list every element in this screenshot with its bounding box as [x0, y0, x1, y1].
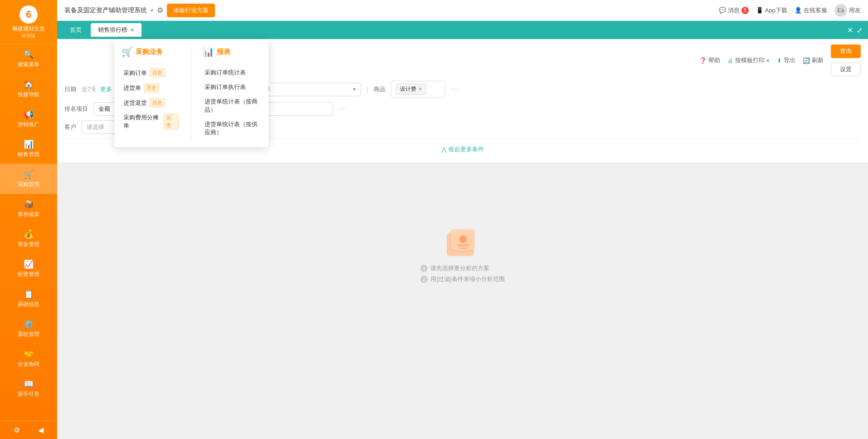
sidebar-label-sales: 销售管理: [18, 151, 39, 158]
menu-item-purchase-expense[interactable]: 采购费用分摊单 历史: [122, 110, 180, 133]
sidebar-item-quicknav[interactable]: 🏠 快捷导航: [0, 74, 57, 104]
menu-item-order-stats[interactable]: 采购订单统计表: [203, 65, 262, 80]
svg-rect-5: [459, 247, 467, 249]
print-btn[interactable]: 🖨 按模板打印 ▾: [727, 56, 770, 64]
goods-tag-remove[interactable]: ✕: [418, 86, 422, 92]
purchase-title-label: 采购业务: [136, 48, 163, 56]
sidebar-label-inventory: 库存核算: [18, 211, 39, 218]
guide-icon: 📖: [24, 379, 34, 389]
empty-illustration: [440, 224, 485, 261]
sidebar-collapse-btn[interactable]: ◀: [38, 426, 44, 434]
svg-rect-4: [457, 244, 469, 246]
purchase-menu-icon: 🛒: [122, 46, 133, 57]
sidebar-item-guide[interactable]: 📖 新手引导: [0, 374, 57, 404]
svg-point-3: [459, 236, 467, 243]
empty-hint-1: 1 请先选择要分析的方案: [420, 264, 489, 272]
topbar-message[interactable]: 💬 消息 5: [719, 6, 749, 15]
sidebar-item-sales[interactable]: 📊 销售管理: [0, 134, 57, 164]
empty-state: 1 请先选择要分析的方案 2 用[过滤]条件来缩小分析范围: [57, 163, 868, 345]
sidebar-label-operation: 经营管理: [18, 271, 39, 278]
history-badge-purchase-order: 历史: [150, 69, 165, 77]
refresh-btn[interactable]: 🔄 刷新: [803, 56, 824, 64]
goods-input[interactable]: 设计费 ✕: [391, 81, 445, 98]
menu-item-order-exec[interactable]: 采购订单执行表: [203, 80, 262, 94]
sidebar-item-system[interactable]: ⚙️ 系统管理: [0, 314, 57, 344]
topbar: 装备及固定资产辅助管理系统 ▾ ⚙ 体验行业方案 💬 消息 5 📱 App下载 …: [57, 0, 868, 21]
topbar-user[interactable]: Ea 用友: [834, 4, 861, 17]
sales-icon: 📊: [24, 139, 34, 149]
export-label: 导出: [784, 56, 795, 64]
finance-icon: 💰: [24, 229, 34, 239]
topbar-title: 装备及固定资产辅助管理系统: [64, 6, 147, 15]
topbar-dropdown-arrow[interactable]: ▾: [151, 7, 153, 14]
menu-item-return-goods[interactable]: 进货退货 历史: [122, 95, 180, 110]
help-btn[interactable]: ❓ 帮助: [699, 56, 720, 64]
sidebar-item-search[interactable]: 🔍 搜索菜单: [0, 44, 57, 74]
sidebar-item-purchase[interactable]: 🛒 采购管理: [0, 164, 57, 194]
topbar-settings-icon[interactable]: ⚙: [157, 6, 163, 15]
goods-label: 商品: [374, 85, 385, 94]
menu-label-order-exec: 采购订单执行表: [205, 83, 246, 91]
sidebar-item-finance[interactable]: 💰 资金管理: [0, 224, 57, 254]
service-icon: 👤: [795, 7, 802, 14]
tabbar: 首页 销售排行榜 ✕ ✕ ⤢: [57, 21, 868, 39]
goods-tag-label: 设计费: [400, 85, 416, 93]
tab-maximize-btn[interactable]: ⤢: [857, 26, 863, 35]
tab-home-label: 首页: [70, 26, 82, 34]
report-title-label: 报表: [217, 48, 230, 56]
sidebar-item-cooperation[interactable]: 🤝 企业协同: [0, 344, 57, 374]
logo-char: 6: [26, 9, 31, 20]
print-label: 按模板打印: [735, 56, 765, 64]
inventory-icon: 📦: [24, 199, 34, 209]
tab-close-icon[interactable]: ✕: [130, 27, 134, 33]
query-btn[interactable]: 查询: [831, 44, 861, 58]
print-dropdown-icon[interactable]: ▾: [766, 57, 770, 64]
trial-btn[interactable]: 体验行业方案: [167, 4, 215, 17]
sidebar: 6 畅捷通好生意 标准版 🔍 搜索菜单 🏠 快捷导航 📢 营销推广 📊 销售管理…: [0, 0, 57, 439]
popup-report-title: 📊 报表: [203, 46, 262, 60]
marketing-icon: 📢: [24, 109, 34, 119]
menu-item-purchase-order[interactable]: 采购订单 历史: [122, 65, 180, 80]
customer-label: 客户: [64, 123, 76, 131]
menu-item-receive-by-supplier[interactable]: 进货单统计表（按供应商）: [203, 117, 262, 140]
logo-text: 畅捷通好生意: [12, 25, 45, 33]
topbar-app-download[interactable]: 📱 App下载: [756, 6, 787, 15]
user-avatar: Ea: [834, 4, 847, 17]
phone-icon: 📱: [756, 7, 763, 14]
user-abbr: Ea: [838, 7, 844, 14]
topbar-left: 装备及固定资产辅助管理系统 ▾ ⚙ 体验行业方案: [64, 4, 215, 17]
topbar-online-service[interactable]: 👤 在线客服: [795, 6, 827, 15]
help-label: 帮助: [708, 56, 720, 64]
tab-sales-rank[interactable]: 销售排行榜 ✕: [91, 23, 141, 37]
salesperson-more-dots[interactable]: ···: [339, 105, 347, 113]
tab-home[interactable]: 首页: [63, 23, 89, 37]
sidebar-logo: 6 畅捷通好生意 标准版: [0, 0, 57, 44]
export-btn[interactable]: ⬆ 导出: [777, 56, 795, 64]
goods-more-dots[interactable]: ···: [451, 85, 459, 94]
tab-close-all-btn[interactable]: ✕: [847, 26, 853, 35]
print-icon: 🖨: [727, 57, 733, 64]
sidebar-settings-btn[interactable]: ⚙: [14, 426, 20, 434]
refresh-icon: 🔄: [803, 57, 810, 64]
message-label: 消息: [728, 6, 740, 15]
sidebar-item-marketing[interactable]: 📢 营销推广: [0, 104, 57, 134]
sidebar-label-purchase: 采购管理: [18, 181, 39, 188]
help-icon: ❓: [699, 57, 707, 64]
sidebar-label-system: 系统管理: [18, 330, 39, 338]
sidebar-label-cooperation: 企业协同: [18, 360, 39, 368]
settings-btn[interactable]: 设置: [831, 63, 861, 76]
sidebar-label-guide: 新手引导: [18, 390, 39, 398]
popup-divider: [191, 46, 192, 140]
popup-purchase-title: 🛒 采购业务: [122, 46, 180, 60]
menu-item-receive-goods[interactable]: 进货单 历史: [122, 80, 180, 95]
logo-badge: 标准版: [22, 33, 35, 39]
sidebar-item-operation[interactable]: 📈 经营管理: [0, 254, 57, 284]
sidebar-item-inventory[interactable]: 📦 库存核算: [0, 194, 57, 224]
menu-item-receive-by-goods[interactable]: 进货单统计表（按商品）: [203, 94, 262, 117]
sidebar-item-basic[interactable]: 📋 基础信息: [0, 284, 57, 314]
export-icon: ⬆: [777, 57, 782, 64]
date-label: 日期: [64, 85, 76, 94]
collapse-conditions-btn[interactable]: ⋀ 收起更多条件: [438, 142, 488, 157]
empty-hint-2: 2 用[过滤]条件来缩小分析范围: [420, 275, 504, 283]
history-badge-receive-goods: 历史: [144, 84, 159, 92]
